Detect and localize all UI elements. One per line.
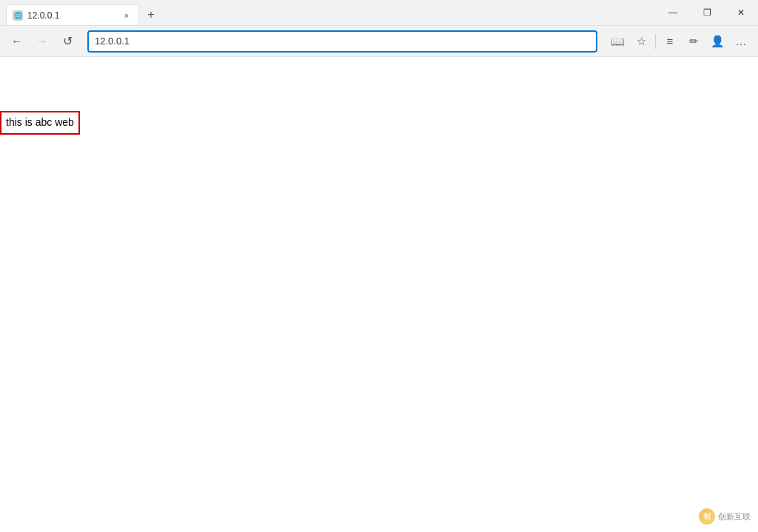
edit-icon[interactable]: ✏ (682, 30, 705, 53)
back-button[interactable]: ← (6, 30, 28, 53)
address-bar-container (87, 30, 597, 53)
watermark: 创 创新互联 (699, 508, 751, 525)
toolbar-separator (655, 34, 656, 49)
close-button[interactable]: ✕ (724, 0, 758, 26)
maximize-button[interactable]: ❐ (690, 0, 724, 26)
browser-tab[interactable]: 🌐 12.0.0.1 × (6, 4, 139, 25)
profile-icon[interactable]: 👤 (706, 30, 728, 53)
page-text: this is abc web (0, 111, 80, 135)
watermark-text: 创新互联 (718, 511, 751, 522)
address-bar[interactable] (87, 30, 597, 53)
more-options-icon[interactable]: … (730, 30, 752, 53)
tab-title: 12.0.0.1 (27, 10, 116, 21)
watermark-logo: 创 (699, 508, 715, 525)
window-controls: — ❐ ✕ (656, 0, 758, 25)
title-bar: 🌐 12.0.0.1 × + — ❐ ✕ (0, 0, 758, 26)
refresh-button[interactable]: ↺ (56, 30, 78, 53)
navigation-bar: ← → ↺ 📖 ☆ ≡ ✏ 👤 … (0, 26, 758, 57)
reader-mode-icon[interactable]: 📖 (606, 30, 628, 53)
hamburger-menu-icon[interactable]: ≡ (659, 30, 681, 53)
tab-close-button[interactable]: × (121, 10, 133, 21)
toolbar-icons: 📖 ☆ ≡ ✏ 👤 … (606, 30, 752, 53)
favorites-icon[interactable]: ☆ (630, 30, 652, 53)
tab-area: 🌐 12.0.0.1 × + (0, 0, 161, 25)
page-content: this is abc web (0, 57, 758, 532)
forward-button[interactable]: → (31, 30, 53, 53)
tab-favicon: 🌐 (13, 10, 23, 21)
minimize-button[interactable]: — (656, 0, 690, 26)
new-tab-button[interactable]: + (141, 4, 161, 25)
